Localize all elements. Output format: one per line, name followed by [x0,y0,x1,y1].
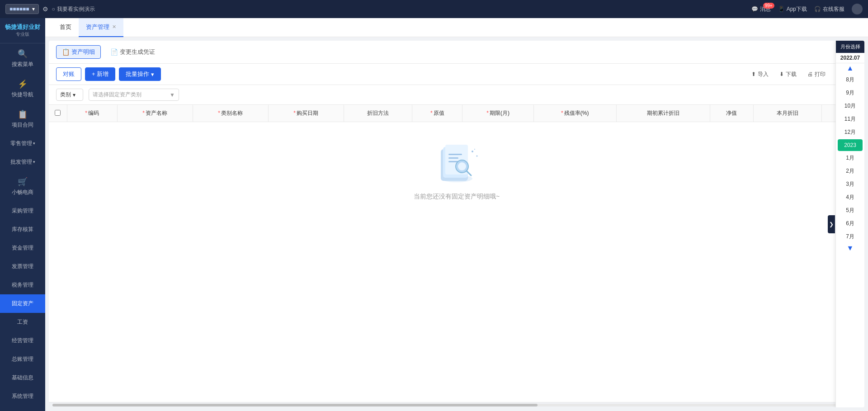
page-container: 📋 资产明细 📄 变更生成凭证 对账 + 新增 批量操作 ▾ [49,41,864,407]
chevron-down-icon: ▾ [32,6,35,12]
demo-icon: ○ [52,6,55,12]
svg-point-12 [474,149,475,150]
detail-tab-icon: 📋 [62,48,70,56]
month-item-8[interactable]: 8月 [836,73,864,86]
download-button[interactable]: ⬇ 下载 [776,69,800,80]
main-layout: 畅捷通好业财 专业版 🔍 搜索菜单 ⚡ 快捷导航 📋 项目合同 零售管理 ▾ 批… [0,18,868,411]
settings-button[interactable]: ⚙ [42,5,48,13]
nav-tabs: 首页 资产管理 ✕ [45,18,868,37]
company-selector[interactable]: ■■■■■■ ▾ [5,4,39,14]
sidebar-item-search[interactable]: 🔍 搜索菜单 [0,43,45,74]
import-icon: ⬆ [751,71,756,77]
month-item-9[interactable]: 9月 [836,86,864,99]
logo-text: 畅捷通好业财 [4,24,42,31]
sidebar-item-tax[interactable]: 税务管理 [0,276,45,294]
headset-icon: 🎧 [814,6,821,12]
sidebar-item-ledger[interactable]: 总账管理 [0,350,45,368]
th-monthly-dep: 本月折旧 [753,105,821,122]
th-code: *编码 [67,105,117,122]
sidebar-label-quicknav: 快捷导航 [12,91,33,99]
table-container: *编码 *资产名称 *类别名称 *购买日期 折旧方法 *原值 *期限(月) *残… [49,105,864,402]
sidebar-label-salary: 工资 [17,318,28,326]
sidebar-label-ledger: 总账管理 [12,355,33,363]
sidebar-item-funds[interactable]: 资金管理 [0,239,45,257]
month-panel-down-button[interactable]: ▼ [836,243,864,253]
sidebar-item-inventory[interactable]: 库存核算 [0,220,45,239]
sub-tab-detail-label: 资产明细 [71,48,95,56]
sidebar-item-ecommerce[interactable]: 🛒 小畅电商 [0,171,45,202]
sidebar-item-quicknav[interactable]: ⚡ 快捷导航 [0,74,45,104]
demo-link-text: 我要看实例演示 [57,5,95,13]
message-button[interactable]: 💬 消息 99+ [751,5,771,13]
reconcile-button[interactable]: 对账 [56,67,81,81]
sub-tab-voucher[interactable]: 📄 变更生成凭证 [104,45,161,59]
month-panel-header: 月份选择 [836,41,864,53]
svg-rect-5 [448,157,458,159]
sidebar-item-salary[interactable]: 工资 [0,313,45,331]
sidebar-item-wholesale[interactable]: 批发管理 ▾ [0,153,45,171]
month-item-4[interactable]: 4月 [836,191,864,204]
month-item-1[interactable]: 1月 [836,151,864,165]
month-panel-up-button[interactable]: ▲ [836,63,864,73]
app-icon: 📱 [778,6,785,12]
month-item-3[interactable]: 3月 [836,178,864,191]
category-dropdown-icon: ▼ [170,92,175,98]
voucher-tab-icon: 📄 [110,48,118,56]
sidebar-item-basicinfo[interactable]: 基础信息 [0,368,45,387]
filter-bar: 类别 ▾ 请选择固定资产类别 ▼ [49,85,864,105]
th-net-value: 净值 [710,105,753,122]
sidebar-item-assets[interactable]: 固定资产 [0,294,45,313]
sidebar-item-purchase[interactable]: 采购管理 [0,202,45,220]
scrollbar-thumb[interactable] [52,404,538,406]
assets-table: *编码 *资产名称 *类别名称 *购买日期 折旧方法 *原值 *期限(月) *残… [49,105,864,122]
retail-arrow-icon: ▾ [33,141,35,146]
sub-tab-detail[interactable]: 📋 资产明细 [56,45,101,59]
month-item-11[interactable]: 11月 [836,113,864,126]
tab-home[interactable]: 首页 [52,18,79,37]
month-item-7[interactable]: 7月 [836,230,864,243]
month-item-12[interactable]: 12月 [836,126,864,139]
online-service-button[interactable]: 🎧 在线客服 [814,5,844,13]
sidebar-label-inventory: 库存核算 [12,226,33,233]
month-panel-toggle[interactable]: ❯ [828,215,835,233]
month-item-10[interactable]: 10月 [836,99,864,113]
th-purchase-date: *购买日期 [268,105,344,122]
month-item-2[interactable]: 2月 [836,165,864,178]
select-all-checkbox[interactable] [55,110,61,116]
category-search-input[interactable]: 请选择固定资产类别 ▼ [89,89,179,101]
import-button[interactable]: ⬆ 导入 [748,69,772,80]
company-name-display: ■■■■■■ [9,6,29,12]
app-download-button[interactable]: 📱 App下载 [778,5,807,13]
th-residual-rate: *残值率(%) [533,105,616,122]
category-type-select[interactable]: 类别 ▾ [56,89,83,101]
month-item-5[interactable]: 5月 [836,204,864,217]
print-icon: 🖨 [807,71,813,77]
sidebar-label-retail: 零售管理 [10,140,32,147]
tab-assets-close-icon[interactable]: ✕ [112,24,116,30]
category-type-label: 类别 [60,91,71,99]
sidebar-item-invoice[interactable]: 发票管理 [0,257,45,276]
th-period: *期限(月) [462,105,534,122]
sidebar-item-operations[interactable]: 经营管理 [0,331,45,350]
empty-illustration [429,140,484,185]
batch-dropdown-icon: ▾ [151,71,154,78]
sidebar-label-wholesale: 批发管理 [10,158,32,166]
print-label: 打印 [815,71,826,78]
year-badge-2023[interactable]: 2023 [838,139,863,151]
message-icon: 💬 [751,6,758,12]
sidebar-label-ecommerce: 小畅电商 [12,189,33,196]
demo-link[interactable]: ○ 我要看实例演示 [52,5,95,13]
tab-assets[interactable]: 资产管理 ✕ [79,18,123,37]
category-search-placeholder: 请选择固定资产类别 [93,91,142,99]
print-button[interactable]: 🖨 打印 [804,69,829,80]
batch-button[interactable]: 批量操作 ▾ [119,67,161,81]
import-label: 导入 [758,71,769,78]
sidebar-item-sysadmin[interactable]: 系统管理 [0,387,45,406]
table-header-row: *编码 *资产名称 *类别名称 *购买日期 折旧方法 *原值 *期限(月) *残… [49,105,864,122]
scrollbar-track[interactable] [52,404,861,406]
svg-point-11 [476,156,478,157]
add-button[interactable]: + 新增 [85,67,115,81]
month-item-6[interactable]: 6月 [836,217,864,230]
sidebar-item-retail[interactable]: 零售管理 ▾ [0,134,45,153]
sidebar-item-contract[interactable]: 📋 项目合同 [0,104,45,134]
